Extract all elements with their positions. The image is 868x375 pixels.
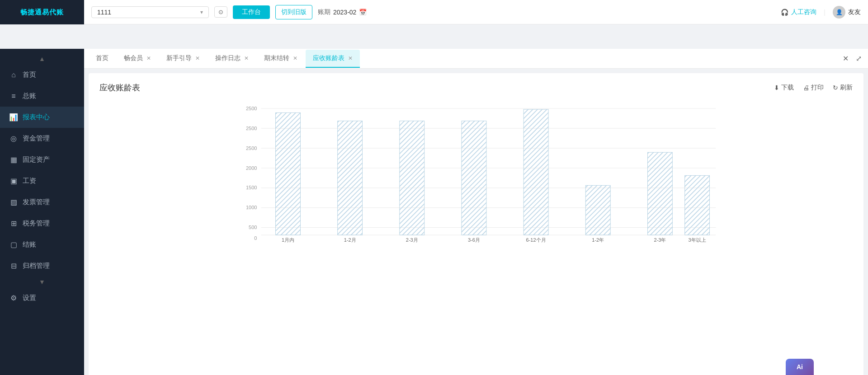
download-button[interactable]: ⬇ 下载 — [774, 84, 794, 92]
page-actions: ⬇ 下载 🖨 打印 ↻ 刷新 — [774, 84, 853, 92]
refresh-button[interactable]: ↻ 刷新 — [833, 84, 853, 92]
svg-text:3-6月: 3-6月 — [468, 237, 480, 243]
sidebar-item-archive[interactable]: ⊟ 归档管理 — [0, 255, 84, 277]
tab-label: 操作日志 — [215, 54, 241, 62]
tab-close-icon[interactable]: ✕ — [348, 56, 353, 61]
header: 1111 ▾ ⊙ 工作台 切到旧版 账期 2023-02 📅 🎧 人工咨询 | … — [84, 0, 868, 24]
svg-text:1-2月: 1-2月 — [344, 237, 356, 243]
refresh-label: 刷新 — [840, 84, 853, 92]
tab-guide[interactable]: 新手引导 ✕ — [159, 50, 207, 68]
avatar-icon: 👤 — [836, 9, 843, 15]
bar-1-2年 — [585, 185, 610, 235]
bar-1月内 — [276, 112, 301, 235]
tab-close-icon[interactable]: ✕ — [244, 56, 249, 61]
svg-text:0: 0 — [254, 235, 257, 241]
calendar-icon: 📅 — [359, 9, 367, 16]
scroll-up-indicator[interactable]: ▲ — [0, 53, 84, 64]
sidebar-item-label: 设置 — [23, 294, 36, 302]
bar-3-6月 — [462, 121, 486, 235]
headset-icon: 🎧 — [781, 9, 788, 16]
chart-area: 2500 2500 2500 2000 1500 1000 500 0 — [99, 100, 853, 375]
bar-6-12月 — [524, 109, 548, 235]
period-selector[interactable]: 账期 2023-02 📅 — [318, 8, 367, 16]
sidebar-item-ledger[interactable]: ≡ 总账 — [0, 85, 84, 107]
svg-text:2500: 2500 — [246, 106, 257, 111]
copy-icon: ⊙ — [218, 9, 223, 15]
bar-chart: 2500 2500 2500 2000 1500 1000 500 0 — [99, 100, 853, 245]
sidebar-item-label: 工资 — [23, 177, 36, 185]
svg-text:1月内: 1月内 — [282, 237, 294, 243]
main-content: 首页 畅会员 ✕ 新手引导 ✕ 操作日志 ✕ 期末结转 ✕ 应收账龄表 ✕ — [84, 49, 868, 375]
sidebar-item-label: 报表中心 — [23, 113, 50, 122]
company-selector[interactable]: 1111 ▾ — [91, 6, 209, 18]
sidebar-item-label: 结账 — [23, 240, 36, 249]
sidebar-item-settle[interactable]: ▢ 结账 — [0, 234, 84, 255]
salary-icon: ▣ — [9, 177, 18, 185]
tab-oplog[interactable]: 操作日志 ✕ — [208, 50, 256, 68]
period-value: 2023-02 — [333, 9, 356, 16]
tab-label: 畅会员 — [124, 54, 143, 62]
settle-icon: ▢ — [9, 240, 18, 249]
funds-icon: ◎ — [9, 134, 18, 143]
tab-close-icon[interactable]: ✕ — [293, 56, 297, 61]
sidebar: ▲ ⌂ 首页 ≡ 总账 📊 报表中心 ◎ 资金管理 ▦ 固定资产 ▣ 工资 ▨ … — [0, 49, 84, 375]
company-name: 1111 — [97, 9, 197, 16]
svg-text:2000: 2000 — [246, 165, 257, 171]
sidebar-item-salary[interactable]: ▣ 工资 — [0, 170, 84, 192]
svg-text:3年以上: 3年以上 — [689, 237, 706, 243]
page-content-area: 应收账龄表 ⬇ 下载 🖨 打印 ↻ 刷新 — [89, 73, 863, 375]
sidebar-item-invoice[interactable]: ▨ 发票管理 — [0, 192, 84, 213]
scroll-down-indicator[interactable]: ▼ — [0, 277, 84, 287]
svg-text:6-12个月: 6-12个月 — [526, 237, 546, 243]
sidebar-item-reports[interactable]: 📊 报表中心 — [0, 107, 84, 128]
sidebar-item-settings[interactable]: ⚙ 设置 — [0, 287, 84, 309]
consult-button[interactable]: 🎧 人工咨询 — [781, 8, 816, 16]
tab-label: 应收账龄表 — [313, 54, 344, 62]
close-all-tabs-button[interactable]: ✕ — [841, 52, 850, 65]
svg-text:1500: 1500 — [246, 185, 257, 190]
svg-text:2500: 2500 — [246, 145, 257, 151]
sidebar-item-home[interactable]: ⌂ 首页 — [0, 64, 84, 85]
tab-close-icon[interactable]: ✕ — [146, 56, 151, 61]
assets-icon: ▦ — [9, 155, 18, 164]
settings-icon: ⚙ — [9, 294, 18, 302]
tabs-actions: ✕ ⤢ — [841, 52, 863, 65]
tab-member[interactable]: 畅会员 ✕ — [117, 50, 158, 68]
period-label: 账期 — [318, 8, 330, 16]
sidebar-item-tax[interactable]: ⊞ 税务管理 — [0, 213, 84, 234]
tax-icon: ⊞ — [9, 219, 18, 228]
tab-period-end[interactable]: 期末结转 ✕ — [257, 50, 305, 68]
svg-text:1000: 1000 — [246, 205, 257, 210]
header-right: 🎧 人工咨询 | 👤 友友 — [781, 6, 861, 19]
sidebar-item-funds[interactable]: ◎ 资金管理 — [0, 128, 84, 149]
user-menu[interactable]: 👤 友友 — [833, 6, 861, 19]
sidebar-item-label: 资金管理 — [23, 134, 50, 143]
print-icon: 🖨 — [803, 84, 809, 91]
invoice-icon: ▨ — [9, 198, 18, 206]
sidebar-item-label: 固定资产 — [23, 155, 50, 164]
consult-label: 人工咨询 — [791, 8, 816, 16]
tab-label: 新手引导 — [166, 54, 192, 62]
tabs-bar: 首页 畅会员 ✕ 新手引导 ✕ 操作日志 ✕ 期末结转 ✕ 应收账龄表 ✕ — [84, 49, 868, 69]
expand-button[interactable]: ⤢ — [854, 52, 863, 65]
tab-aging[interactable]: 应收账龄表 ✕ — [306, 50, 360, 68]
bar-1-2月 — [338, 121, 363, 235]
svg-text:1-2年: 1-2年 — [592, 237, 604, 243]
page-header: 应收账龄表 ⬇ 下载 🖨 打印 ↻ 刷新 — [99, 82, 853, 93]
svg-text:2500: 2500 — [246, 126, 257, 131]
tab-close-icon[interactable]: ✕ — [195, 56, 200, 61]
workbench-button[interactable]: 工作台 — [233, 5, 270, 19]
sidebar-item-label: 归档管理 — [23, 262, 50, 270]
sidebar-item-assets[interactable]: ▦ 固定资产 — [0, 149, 84, 170]
print-button[interactable]: 🖨 打印 — [803, 84, 824, 92]
avatar: 👤 — [833, 6, 845, 19]
ai-badge[interactable]: Ai — [786, 359, 814, 375]
tab-label: 期末结转 — [264, 54, 289, 62]
switch-version-button[interactable]: 切到旧版 — [275, 5, 312, 19]
sidebar-item-label: 首页 — [23, 70, 36, 79]
refresh-icon: ↻ — [833, 84, 838, 91]
ledger-icon: ≡ — [9, 92, 18, 100]
copy-button[interactable]: ⊙ — [214, 6, 227, 18]
home-icon: ⌂ — [9, 71, 18, 79]
tab-home[interactable]: 首页 — [89, 50, 116, 68]
